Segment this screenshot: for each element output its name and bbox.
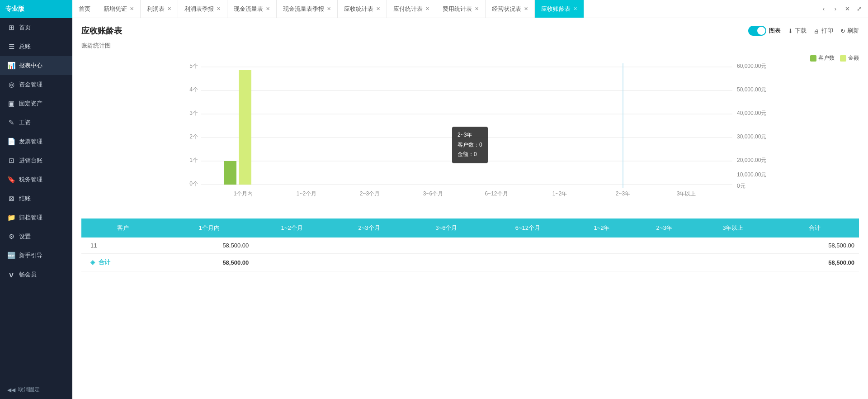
tab-cashflow-label: 现金流量表 <box>234 5 263 13</box>
svg-text:0个: 0个 <box>189 180 198 187</box>
sidebar-item-label: 结账 <box>19 195 31 203</box>
svg-text:3个: 3个 <box>189 110 198 116</box>
legend-amount: 金额 <box>840 54 859 62</box>
col-month3-6: 3~6个月 <box>408 218 485 238</box>
total-month6-12 <box>485 254 571 271</box>
tab-new-voucher[interactable]: 新增凭证 ✕ <box>97 0 141 18</box>
cell-month3-6 <box>408 238 485 254</box>
tab-business-status-label: 经营状况表 <box>492 5 521 13</box>
print-button[interactable]: 🖨 打印 <box>814 27 833 35</box>
svg-text:3~6个月: 3~6个月 <box>423 190 443 197</box>
sidebar-item-label: 报表中心 <box>19 62 42 70</box>
page-header: 应收账龄表 图表 ⬇ 下载 🖨 打印 ↻ 刷新 <box>72 18 868 42</box>
tab-bar: 首页 新增凭证 ✕ 利润表 ✕ 利润表季报 ✕ 现金流量表 ✕ 现金流量表季报 … <box>72 0 868 18</box>
tab-ar-stats-close[interactable]: ✕ <box>376 6 380 12</box>
table-header-row: 客户 1个月内 1~2个月 2~3个月 3~6个月 6~12个月 1~2年 2~… <box>81 218 859 238</box>
sidebar-logo: 专业版 <box>0 0 72 18</box>
tab-ar-aging-close[interactable]: ✕ <box>573 6 577 12</box>
tab-expense-stats[interactable]: 费用统计表 ✕ <box>436 0 486 18</box>
total-month1: 58,500.00 <box>165 254 253 271</box>
chart-toggle-label: 图表 <box>769 27 781 35</box>
sidebar-item-archive[interactable]: 📁 归档管理 <box>0 208 72 227</box>
total-total: 58,500.00 <box>771 254 859 271</box>
sidebar-item-settle[interactable]: ⊠ 结账 <box>0 189 72 208</box>
table-row: 11 58,500.00 58,500.00 <box>81 238 859 254</box>
tab-prev-button[interactable]: ‹ <box>818 4 829 14</box>
tab-business-status[interactable]: 经营状况表 ✕ <box>486 0 535 18</box>
tab-ap-stats-close[interactable]: ✕ <box>425 6 429 12</box>
tab-maximize-button[interactable]: ⤢ <box>854 4 864 14</box>
sidebar-item-settings[interactable]: ⚙ 设置 <box>0 227 72 246</box>
svg-text:3年以上: 3年以上 <box>677 190 696 197</box>
chart-area: 账龄统计图 客户数 金额 5个 4个 3个 <box>72 42 868 218</box>
tab-close-all-button[interactable]: ✕ <box>842 4 853 14</box>
tab-profit-label: 利润表 <box>147 5 165 13</box>
svg-text:4个: 4个 <box>189 86 198 93</box>
sidebar-item-funds[interactable]: ◎ 资金管理 <box>0 75 72 94</box>
tab-cashflow-quarterly-close[interactable]: ✕ <box>327 6 331 12</box>
chart-title: 账龄统计图 <box>81 42 859 50</box>
tab-ar-stats[interactable]: 应收统计表 ✕ <box>338 0 387 18</box>
cell-year3plus <box>695 238 770 254</box>
print-icon: 🖨 <box>814 28 820 34</box>
sidebar-item-guide[interactable]: 🆕 新手引导 <box>0 246 72 265</box>
sidebar-item-tax[interactable]: 🔖 税务管理 <box>0 170 72 189</box>
tab-cashflow-quarterly[interactable]: 现金流量表季报 ✕ <box>277 0 338 18</box>
chart-toggle[interactable] <box>748 26 766 36</box>
tab-new-voucher-close[interactable]: ✕ <box>130 6 134 12</box>
unpin-button[interactable]: ◀◀ 取消固定 <box>0 380 72 399</box>
tab-ap-stats-label: 应付统计表 <box>393 5 423 13</box>
member-icon: V <box>7 271 15 279</box>
refresh-label: 刷新 <box>847 27 859 35</box>
tab-profit-quarterly-label: 利润表季报 <box>184 5 214 13</box>
sidebar-item-label: 税务管理 <box>19 176 42 184</box>
tab-ap-stats[interactable]: 应付统计表 ✕ <box>387 0 436 18</box>
download-button[interactable]: ⬇ 下载 <box>788 27 807 35</box>
cell-month6-12 <box>485 238 571 254</box>
tab-home[interactable]: 首页 <box>72 0 97 18</box>
tab-home-label: 首页 <box>79 5 90 13</box>
tab-business-status-close[interactable]: ✕ <box>524 6 528 12</box>
tab-cashflow-quarterly-label: 现金流量表季报 <box>283 5 324 13</box>
ledger-icon: ☰ <box>7 43 15 51</box>
tab-profit[interactable]: 利润表 ✕ <box>141 0 178 18</box>
col-year2-3: 2~3年 <box>633 218 695 238</box>
legend-amount-label: 金额 <box>848 54 859 62</box>
total-year1-2 <box>571 254 633 271</box>
tab-profit-quarterly[interactable]: 利润表季报 ✕ <box>178 0 227 18</box>
sidebar-item-invoice[interactable]: 📄 发票管理 <box>0 132 72 151</box>
sidebar-item-label: 固定资产 <box>19 100 42 108</box>
refresh-button[interactable]: ↻ 刷新 <box>840 27 859 35</box>
sidebar-item-purchase[interactable]: ⊡ 进销台账 <box>0 151 72 170</box>
settings-icon: ⚙ <box>7 233 15 241</box>
tab-ar-aging[interactable]: 应收账龄表 ✕ <box>535 0 584 18</box>
svg-text:1~2个月: 1~2个月 <box>297 190 316 197</box>
page-actions: 图表 ⬇ 下载 🖨 打印 ↻ 刷新 <box>748 26 859 36</box>
svg-text:2个: 2个 <box>189 133 198 140</box>
tab-profit-close[interactable]: ✕ <box>167 6 171 12</box>
col-year1-2: 1~2年 <box>571 218 633 238</box>
sidebar-item-ledger[interactable]: ☰ 总账 <box>0 37 72 56</box>
svg-text:5个: 5个 <box>189 63 198 69</box>
salary-icon: ✎ <box>7 119 15 127</box>
sidebar-item-reports[interactable]: 📊 报表中心 <box>0 56 72 75</box>
tab-profit-quarterly-close[interactable]: ✕ <box>217 6 221 12</box>
sidebar-item-member[interactable]: V 畅会员 <box>0 265 72 284</box>
total-month3-6 <box>408 254 485 271</box>
data-table-wrap: 客户 1个月内 1~2个月 2~3个月 3~6个月 6~12个月 1~2年 2~… <box>72 218 868 280</box>
bar-amount-0 <box>239 70 251 185</box>
sidebar-item-salary[interactable]: ✎ 工资 <box>0 113 72 132</box>
tab-next-button[interactable]: › <box>830 4 841 14</box>
sidebar-item-assets[interactable]: ▣ 固定资产 <box>0 94 72 113</box>
tab-expense-stats-close[interactable]: ✕ <box>475 6 479 12</box>
data-table: 客户 1个月内 1~2个月 2~3个月 3~6个月 6~12个月 1~2年 2~… <box>81 218 859 271</box>
tab-cashflow-close[interactable]: ✕ <box>266 6 270 12</box>
tax-icon: 🔖 <box>7 176 15 184</box>
download-icon: ⬇ <box>788 28 793 34</box>
tab-expense-stats-label: 费用统计表 <box>443 5 472 13</box>
tab-cashflow[interactable]: 现金流量表 ✕ <box>227 0 277 18</box>
svg-text:1个月内: 1个月内 <box>234 190 253 197</box>
svg-text:2~3个月: 2~3个月 <box>360 190 380 197</box>
sidebar-item-label: 进销台账 <box>19 157 42 165</box>
sidebar-item-home[interactable]: ⊞ 首页 <box>0 18 72 37</box>
